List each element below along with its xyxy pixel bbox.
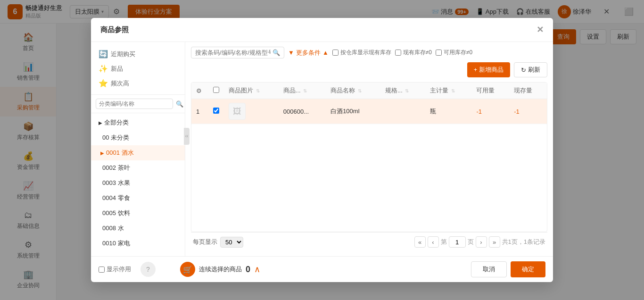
- toolbar: 🔍 ▼ 更多条件 ▲ 按仓库显示现有库存: [191, 47, 547, 77]
- category-0001[interactable]: ▶ 0001 酒水: [91, 145, 185, 160]
- row-name: 白酒100ml: [326, 99, 380, 124]
- collapse-icon: ‹‹: [185, 133, 189, 139]
- product-search-input[interactable]: [195, 49, 271, 56]
- chevron-up-icon: ▲: [322, 49, 329, 56]
- shortcut-new[interactable]: ✨ 新品: [95, 61, 181, 76]
- page-size-select[interactable]: 50: [220, 237, 243, 248]
- category-all[interactable]: ▶ 全部分类: [91, 115, 185, 130]
- row-num: 1: [191, 99, 208, 124]
- modal-title: 商品参照: [100, 25, 129, 34]
- sort-icon[interactable]: ⇅: [451, 88, 455, 93]
- category-0003[interactable]: 0003 水果: [91, 175, 185, 191]
- col-code: 商品... ⇅: [279, 83, 326, 99]
- cart-label: 连续选择的商品: [199, 265, 242, 274]
- table-body: 1 🖼 000600... 白酒100ml: [191, 99, 547, 124]
- collapse-panel-button[interactable]: ‹‹: [184, 128, 190, 145]
- refresh-icon: ↻: [521, 67, 526, 74]
- sort-icon[interactable]: ⇅: [303, 88, 307, 93]
- category-00[interactable]: 00 未分类: [91, 130, 185, 145]
- search-icon[interactable]: 🔍: [176, 100, 183, 108]
- table-row[interactable]: 1 🖼 000600... 白酒100ml: [191, 99, 547, 124]
- row-checkbox[interactable]: [208, 99, 224, 124]
- row-stock: -1: [509, 99, 547, 124]
- category-search: 🔍: [91, 95, 185, 113]
- table-settings-icon[interactable]: ⚙: [196, 87, 202, 94]
- row-image: 🖼: [224, 99, 279, 124]
- cancel-button[interactable]: 取消: [471, 261, 507, 277]
- modal-close-button[interactable]: ✕: [537, 25, 544, 35]
- filter-button[interactable]: ▼ 更多条件 ▲: [288, 49, 329, 57]
- select-all-checkbox[interactable]: [213, 87, 219, 93]
- col-settings[interactable]: ⚙: [191, 83, 208, 99]
- expand-icon: ▶: [100, 150, 104, 156]
- col-spec: 规格... ⇅: [380, 83, 425, 99]
- cart-area: 🛒 连续选择的商品 0 ∧: [180, 262, 260, 277]
- pagination: 每页显示 50 « ‹ 第 页 ›: [191, 232, 547, 251]
- col-name: 商品名称 ⇅: [326, 83, 380, 99]
- search-box: 🔍: [191, 47, 284, 58]
- category-0005[interactable]: 0005 饮料: [91, 206, 185, 221]
- row-available: -1: [471, 99, 509, 124]
- col-unit: 主计量 ⇅: [425, 83, 471, 99]
- show-disabled-checkbox[interactable]: 显示停用: [99, 265, 131, 274]
- page-size-label: 每页显示: [193, 238, 217, 246]
- col-image: 商品图片 ⇅: [224, 83, 279, 99]
- usable-nonzero-checkbox[interactable]: 可用库存≠0: [436, 49, 472, 57]
- modal-footer: 显示停用 ? 🛒 连续选择的商品 0 ∧ 取消 确定: [91, 256, 553, 282]
- product-table-wrapper: ⚙ 商品图片 ⇅: [191, 82, 547, 232]
- add-product-button[interactable]: + 新增商品: [467, 62, 510, 77]
- cart-count: 0: [246, 265, 250, 275]
- pagination-left: 每页显示 50: [193, 237, 243, 248]
- row-select-checkbox[interactable]: [213, 108, 219, 114]
- category-0010[interactable]: 0010 家电: [91, 236, 185, 251]
- row-spec: [380, 99, 425, 124]
- shortcut-recent[interactable]: 🔄 近期购买: [95, 47, 181, 61]
- new-icon: ✨: [99, 64, 108, 73]
- by-warehouse-checkbox[interactable]: 按仓库显示现有库存: [332, 49, 391, 57]
- search-icon[interactable]: 🔍: [272, 49, 280, 56]
- col-checkbox: [208, 83, 224, 99]
- content-area: 查询 设置 刷新 商品参照 ✕ 🔄: [57, 24, 644, 300]
- modal-header: 商品参照 ✕: [91, 18, 553, 42]
- cart-icon[interactable]: 🛒: [180, 262, 195, 277]
- page-number-input[interactable]: [449, 236, 466, 248]
- product-table: ⚙ 商品图片 ⇅: [191, 83, 547, 124]
- row-unit: 瓶: [425, 99, 471, 124]
- next-page-button[interactable]: ›: [476, 236, 487, 248]
- help-button[interactable]: ?: [140, 262, 156, 277]
- category-0004[interactable]: 0004 零食: [91, 191, 185, 206]
- prev-page-button[interactable]: ‹: [428, 236, 439, 248]
- modal-body: 🔄 近期购买 ✨ 新品 ⭐ 频次高: [91, 42, 553, 256]
- first-page-button[interactable]: «: [414, 236, 426, 248]
- col-available: 可用量: [471, 83, 509, 99]
- cart-collapse-button[interactable]: ∧: [254, 264, 260, 275]
- modal-overlay: 商品参照 ✕ 🔄 近期购买 ✨ 新: [0, 0, 644, 300]
- frequent-icon: ⭐: [99, 79, 108, 88]
- toolbar-right: + 新增商品 ↻ 刷新: [467, 62, 547, 77]
- product-reference-modal: 商品参照 ✕ 🔄 近期购买 ✨ 新: [91, 18, 553, 282]
- pagination-right: « ‹ 第 页 › » 共1页，1条记录: [414, 236, 545, 248]
- page-label: 第: [441, 238, 447, 246]
- last-page-button[interactable]: »: [489, 236, 500, 248]
- row-code: 000600...: [279, 99, 326, 124]
- right-panel: 🔍 ▼ 更多条件 ▲ 按仓库显示现有库存: [185, 42, 553, 256]
- category-search-input[interactable]: [96, 99, 173, 109]
- product-thumbnail: 🖼: [229, 103, 246, 120]
- page-label-end: 页: [468, 238, 474, 246]
- available-nonzero-checkbox[interactable]: 现有库存≠0: [395, 49, 432, 57]
- category-list: ▶ 全部分类 00 未分类 ▶ 0001 酒水 0002 茶: [91, 113, 185, 251]
- confirm-button[interactable]: 确定: [511, 261, 545, 277]
- main-layout: 🏠 首页 📊 销售管理 📋 采购管理 📦 库存核算 💰 资金管理 📈 经营管理 …: [0, 24, 644, 300]
- sort-icon[interactable]: ⇅: [358, 88, 362, 93]
- table-header: ⚙ 商品图片 ⇅: [191, 83, 547, 99]
- shortcut-frequent[interactable]: ⭐ 频次高: [95, 76, 181, 91]
- expand-icon: ▶: [99, 120, 102, 125]
- col-stock: 现存量: [509, 83, 547, 99]
- left-panel: 🔄 近期购买 ✨ 新品 ⭐ 频次高: [91, 42, 185, 256]
- refresh-table-button[interactable]: ↻ 刷新: [514, 62, 547, 77]
- category-0008[interactable]: 0008 水: [91, 221, 185, 236]
- shortcuts: 🔄 近期购买 ✨ 新品 ⭐ 频次高: [91, 47, 185, 95]
- sort-icon[interactable]: ⇅: [256, 88, 260, 93]
- sort-icon[interactable]: ⇅: [405, 88, 409, 93]
- category-0002[interactable]: 0002 茶叶: [91, 160, 185, 175]
